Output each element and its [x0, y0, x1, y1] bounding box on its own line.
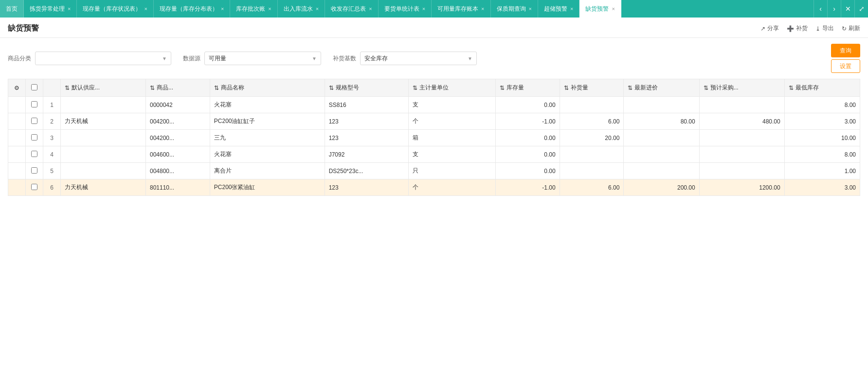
share-button[interactable]: ↗ 分享	[760, 24, 779, 33]
row-number: 1	[43, 97, 61, 113]
row-stock: 0.00	[495, 146, 560, 163]
row-min-stock: 10.00	[784, 130, 860, 146]
export-button[interactable]: ⤓ 导出	[815, 24, 834, 33]
tab-batch[interactable]: 库存批次账 ×	[230, 0, 277, 18]
column-gear[interactable]: ⚙	[8, 79, 26, 97]
row-gear-cell	[8, 130, 26, 146]
query-button[interactable]: 查询	[831, 44, 860, 57]
row-min-stock: 3.00	[784, 179, 860, 196]
tab-picking[interactable]: 拣货异常处理 ×	[24, 0, 77, 18]
row-supplier	[61, 130, 146, 146]
row-latest-price	[624, 163, 699, 179]
sort-icon-6[interactable]: ⇅	[500, 85, 505, 91]
row-number: 5	[43, 163, 61, 179]
sort-icon-2[interactable]: ⇅	[150, 85, 155, 91]
row-replenish-qty: 20.00	[560, 130, 624, 146]
row-checkbox-5[interactable]	[31, 184, 37, 190]
settings-button[interactable]: 设置	[831, 59, 860, 73]
close-tab-picking[interactable]: ×	[68, 6, 71, 12]
row-supplier: 力天机械	[61, 179, 146, 196]
table-header-row: ⚙ ⇅ 默认供应... ⇅ 商	[8, 79, 860, 97]
tab-overstock[interactable]: 超储预警 ×	[538, 0, 579, 18]
row-checkbox-cell[interactable]	[26, 113, 43, 130]
row-checkbox-3[interactable]	[31, 151, 37, 157]
row-checkbox-cell[interactable]	[26, 97, 43, 113]
close-tab-stock-status[interactable]: ×	[144, 6, 147, 12]
filter-category-value	[39, 55, 41, 62]
tab-stock-dist[interactable]: 现存量（库存分布表） ×	[154, 0, 230, 18]
close-tab-stock-dist[interactable]: ×	[221, 6, 224, 12]
filter-replenish-value: 安全库存	[364, 54, 388, 63]
filter-replenish-select[interactable]: 安全库存 ▼	[360, 52, 477, 65]
row-min-stock: 1.00	[784, 163, 860, 179]
close-tab-order-stat[interactable]: ×	[422, 6, 425, 12]
tab-close-btn[interactable]: ✕	[841, 0, 854, 18]
sort-icon-8[interactable]: ⇅	[628, 85, 633, 91]
row-stock: 0.00	[495, 163, 560, 179]
sort-icon-5[interactable]: ⇅	[413, 85, 417, 91]
filter-datasource-select[interactable]: 可用量 ▼	[204, 52, 321, 65]
close-tab-overstock[interactable]: ×	[570, 6, 573, 12]
tab-order-stat[interactable]: 要货单统计表 ×	[379, 0, 432, 18]
tab-expand-btn[interactable]: ⤢	[854, 0, 868, 18]
page-title: 缺货预警	[8, 23, 39, 34]
sort-icon-10[interactable]: ⇅	[789, 85, 794, 91]
filter-category-select[interactable]: ▼	[35, 52, 171, 65]
close-tab-summary[interactable]: ×	[369, 6, 372, 12]
row-checkbox-2[interactable]	[31, 134, 37, 141]
sort-icon-7[interactable]: ⇅	[564, 85, 569, 91]
select-all-checkbox[interactable]	[31, 84, 37, 90]
close-tab-available[interactable]: ×	[481, 6, 484, 12]
sort-icon-4[interactable]: ⇅	[329, 85, 334, 91]
sort-icon-3[interactable]: ⇅	[214, 85, 219, 91]
row-product-code: 0000042	[145, 97, 210, 113]
tab-expiry[interactable]: 保质期查询 ×	[491, 0, 538, 18]
row-gear-cell	[8, 146, 26, 163]
table-row: 4 004600... 火花塞 J7092 支 0.00 8.00	[8, 146, 860, 163]
row-checkbox-4[interactable]	[31, 167, 37, 174]
column-replenish: ⇅ 补货量	[560, 79, 624, 97]
row-checkbox-0[interactable]	[31, 101, 37, 107]
close-tab-batch[interactable]: ×	[268, 6, 271, 12]
tab-home[interactable]: 首页	[0, 0, 24, 18]
chevron-down-icon-3: ▼	[468, 56, 472, 61]
refresh-button[interactable]: ↻ 刷新	[842, 24, 860, 33]
column-checkbox-header[interactable]	[26, 79, 43, 97]
tab-stock-status[interactable]: 现存量（库存状况表） ×	[77, 0, 153, 18]
row-gear-cell	[8, 97, 26, 113]
restock-button[interactable]: ➕ 补货	[787, 24, 808, 33]
tab-summary[interactable]: 收发存汇总表 ×	[325, 0, 378, 18]
row-checkbox-cell[interactable]	[26, 146, 43, 163]
tab-shortage[interactable]: 缺货预警 ×	[579, 0, 621, 18]
row-checkbox-cell[interactable]	[26, 163, 43, 179]
table-container: ⚙ ⇅ 默认供应... ⇅ 商	[0, 79, 868, 196]
row-gear-cell	[8, 113, 26, 130]
tab-inout[interactable]: 出入库流水 ×	[278, 0, 325, 18]
sort-icon[interactable]: ⇅	[65, 85, 70, 91]
row-estimated-purchase	[699, 130, 784, 146]
row-number: 6	[43, 179, 61, 196]
filter-datasource-group: 数据源 可用量 ▼	[183, 52, 321, 65]
tab-prev-btn[interactable]: ‹	[814, 0, 827, 18]
row-number: 3	[43, 130, 61, 146]
close-tab-shortage[interactable]: ×	[612, 6, 615, 12]
row-spec: SS816	[325, 97, 408, 113]
sort-icon-9[interactable]: ⇅	[704, 85, 708, 91]
header-actions: ↗ 分享 ➕ 补货 ⤓ 导出 ↻ 刷新	[760, 24, 860, 33]
row-checkbox-cell[interactable]	[26, 179, 43, 196]
page-header: 缺货预警 ↗ 分享 ➕ 补货 ⤓ 导出 ↻ 刷新	[0, 18, 868, 38]
tab-next-btn[interactable]: ›	[827, 0, 841, 18]
close-tab-expiry[interactable]: ×	[529, 6, 532, 12]
row-latest-price: 80.00	[624, 113, 699, 130]
row-replenish-qty	[560, 97, 624, 113]
row-supplier	[61, 97, 146, 113]
filter-replenish-label: 补货基数	[333, 54, 356, 63]
close-tab-inout[interactable]: ×	[316, 6, 319, 12]
row-checkbox-cell[interactable]	[26, 130, 43, 146]
row-replenish-qty: 6.00	[560, 113, 624, 130]
table-row: 5 004800... 离合片 DS250*23c... 只 0.00 1.00	[8, 163, 860, 179]
row-product-name: PC200张紧油缸	[210, 179, 325, 196]
tab-available[interactable]: 可用量库存账本 ×	[432, 0, 490, 18]
row-checkbox-1[interactable]	[31, 118, 37, 124]
column-latest-price: ⇅ 最新进价	[624, 79, 699, 97]
